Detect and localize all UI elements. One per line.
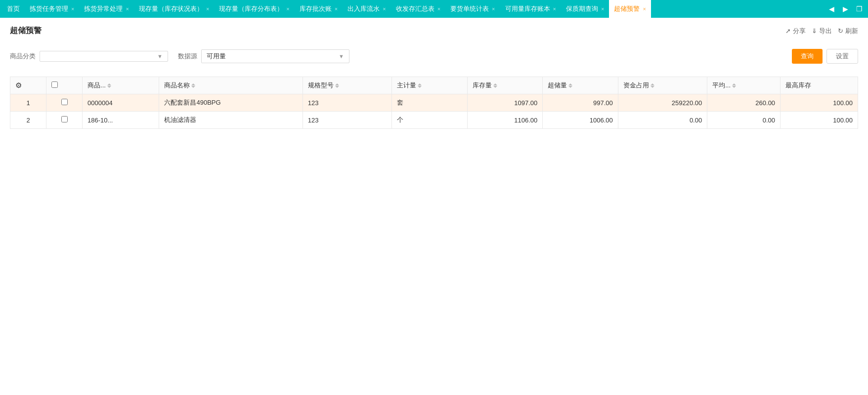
col-label: 超储量 [548,81,567,89]
page-content: 超储预警 ➚ 分享 ⇓ 导出 ↻ 刷新 商品分类 ▼ 数据源 [0,18,868,395]
close-icon[interactable]: × [71,6,74,12]
top-nav: 首页拣货任务管理×拣货异常处理×现存量（库存状况表）×现存量（库存分布表）×库存… [0,0,868,18]
col-header-avg[interactable]: 平均... [707,77,781,94]
cell-stock: 1106.00 [467,112,543,129]
sort-icon [191,83,195,88]
cell-product_name: 机油滤清器 [159,112,303,129]
close-icon[interactable]: × [383,6,386,12]
cell-capital: 259220.00 [618,94,707,112]
table-body: 10000004六配套新昌490BPG123套1097.00997.002592… [10,94,858,129]
sort-icon [651,83,654,88]
nav-item-label: 拣货异常处理 [84,4,123,13]
nav-item-label: 拣货任务管理 [30,4,68,13]
cell-product_code: 0000004 [83,94,159,112]
share-icon: ➚ [785,27,791,35]
table-header: ⚙商品...商品名称规格型号主计量库存量超储量资金占用平均...最高库存 [10,77,858,94]
nav-item-------[interactable]: 拣货异常处理× [79,0,133,18]
category-filter-group: 商品分类 ▼ [10,51,168,62]
nav-item------[interactable]: 库存批次账× [295,0,343,18]
row-index: 2 [10,112,46,129]
export-button[interactable]: ⇓ 导出 [812,27,832,36]
nav-item-label: 要货单统计表 [450,4,489,13]
datasource-chevron-icon: ▼ [339,53,344,59]
close-icon[interactable]: × [643,6,646,12]
col-header-capital[interactable]: 资金占用 [618,77,707,94]
nav-item-----------[interactable]: 现存量（库存分布表）× [214,0,294,18]
nav-next-button[interactable]: ▶ [838,0,852,18]
col-header-overstock[interactable]: 超储量 [543,77,618,94]
close-icon[interactable]: × [206,6,209,12]
nav-item-label: 首页 [7,4,20,13]
share-button[interactable]: ➚ 分享 [785,27,806,36]
row-checkbox-cell [46,112,83,129]
sort-icon [335,83,339,88]
export-icon: ⇓ [812,27,817,35]
nav-item-------[interactable]: 拣货任务管理× [25,0,79,18]
col-header-stock[interactable]: 库存量 [467,77,543,94]
page-title: 超储预警 [10,26,42,36]
nav-item-------[interactable]: 要货单统计表× [445,0,500,18]
sort-icon [418,83,422,88]
table-row: 2186-10...机油滤清器123个1106.001006.000.000.0… [10,112,858,129]
close-icon[interactable]: × [126,6,129,12]
category-label: 商品分类 [10,52,36,61]
sort-icon [107,83,111,88]
sort-icon [493,83,497,88]
cell-product_code: 186-10... [83,112,159,129]
col-label: 库存量 [473,81,492,89]
row-checkbox-cell [46,94,83,112]
col-label: 商品... [87,81,106,89]
col-label: 资金占用 [623,81,649,89]
col-header-spec[interactable]: 规格型号 [303,77,391,94]
cell-overstock: 1006.00 [543,112,618,129]
filter-actions: 查询 设置 [792,49,858,64]
row-index: 1 [10,94,46,112]
close-icon[interactable]: × [437,6,440,12]
nav-item--------[interactable]: 可用量库存账本× [500,0,561,18]
row-checkbox[interactable] [61,99,68,105]
nav-expand-button[interactable]: ❐ [852,0,866,18]
nav-prev-button[interactable]: ◀ [825,0,838,18]
col-header-product_code[interactable]: 商品... [83,77,159,94]
nav-item------[interactable]: 保质期查询× [561,0,609,18]
cell-capital: 0.00 [618,112,707,129]
refresh-button[interactable]: ↻ 刷新 [838,27,858,36]
header-actions: ➚ 分享 ⇓ 导出 ↻ 刷新 [785,27,858,36]
close-icon[interactable]: × [553,6,556,12]
category-select[interactable]: ▼ [40,51,168,62]
export-label: 导出 [819,27,832,36]
cell-stock: 1097.00 [467,94,543,112]
cell-product_name: 六配套新昌490BPG [159,94,303,112]
nav-item-label: 现存量（库存分布表） [219,4,283,13]
datasource-label: 数据源 [178,52,197,61]
datasource-value: 可用量 [207,52,226,61]
datasource-select[interactable]: 可用量 ▼ [201,49,349,63]
col-header-checkbox [46,77,83,94]
query-button[interactable]: 查询 [792,49,823,64]
nav-item-----[interactable]: 超储预警× [609,0,651,18]
col-header-max_stock: 最高库存 [781,77,858,94]
select-all-checkbox[interactable] [51,81,58,88]
close-icon[interactable]: × [492,6,495,12]
datasource-filter-group: 数据源 可用量 ▼ [178,49,349,63]
nav-item---[interactable]: 首页 [2,0,25,18]
close-icon[interactable]: × [335,6,338,12]
nav-item-label: 收发存汇总表 [396,4,434,13]
nav-item-label: 保质期查询 [566,4,598,13]
settings-button[interactable]: 设置 [826,49,858,64]
nav-item------[interactable]: 出入库流水× [343,0,391,18]
cell-overstock: 997.00 [543,94,618,112]
close-icon[interactable]: × [601,6,604,12]
col-header-product_name[interactable]: 商品名称 [159,77,303,94]
nav-item-----------[interactable]: 现存量（库存状况表）× [134,0,214,18]
col-label: 商品名称 [164,81,190,89]
category-chevron-icon: ▼ [157,53,163,59]
row-checkbox[interactable] [61,116,68,122]
page-header: 超储预警 ➚ 分享 ⇓ 导出 ↻ 刷新 [10,26,858,36]
refresh-label: 刷新 [845,27,858,36]
nav-item-------[interactable]: 收发存汇总表× [391,0,445,18]
cell-unit: 个 [392,112,468,129]
col-header-unit[interactable]: 主计量 [392,77,468,94]
close-icon[interactable]: × [286,6,289,12]
gear-icon[interactable]: ⚙ [15,81,22,89]
